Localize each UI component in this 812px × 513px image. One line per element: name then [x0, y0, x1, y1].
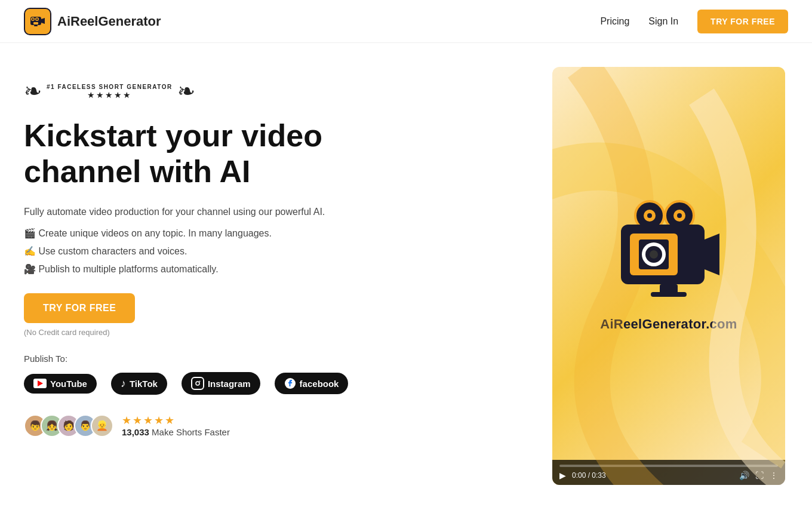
platform-youtube: YouTube: [24, 374, 97, 394]
platform-instagram: Instagram: [182, 372, 260, 395]
proof-text: 13,033 Make Shorts Faster: [122, 427, 230, 437]
avatar-stack: 👦 👧 🧑 👨 👱: [24, 414, 113, 437]
social-proof: 👦 👧 🧑 👨 👱 ★★★★★ 13,033 Make Shorts Faste…: [24, 414, 370, 437]
svg-rect-5: [33, 22, 38, 24]
video-logo-area: AiReelGenerator.com: [600, 67, 737, 460]
facebook-icon: [284, 377, 296, 389]
nav-links: Pricing Sign In TRY FOR FREE: [600, 10, 788, 33]
video-site-text: AiReelGenerator.com: [600, 317, 737, 332]
logo[interactable]: AiReelGenerator: [24, 8, 161, 35]
platform-tiktok: ♪ TikTok: [111, 373, 167, 395]
volume-icon[interactable]: 🔊: [739, 471, 749, 480]
publish-label: Publish To:: [24, 354, 370, 364]
play-icon[interactable]: ▶: [559, 471, 566, 480]
svg-point-13: [647, 213, 652, 218]
feature-1: 🎬 Create unique videos on any topic. In …: [24, 226, 370, 241]
tiktok-icon: ♪: [121, 377, 126, 390]
logo-text: AiReelGenerator: [57, 14, 161, 29]
instagram-icon: [191, 377, 204, 390]
svg-point-4: [36, 18, 38, 20]
hero-section: ❧ #1 FACELESS SHORT GENERATOR ★★★★★ ❧ Ki…: [0, 43, 812, 509]
badge-title: #1 FACELESS SHORT GENERATOR: [47, 84, 173, 90]
headline: Kickstart your video channel with AI: [24, 118, 370, 190]
svg-marker-6: [41, 18, 45, 24]
proof-label: Make Shorts Faster: [152, 427, 230, 437]
feature-2: ✍️ Use custom characters and voices.: [24, 244, 370, 259]
proof-info: ★★★★★ 13,033 Make Shorts Faster: [122, 414, 230, 437]
controls-row: ▶ 0:00 / 0:33 🔊 ⛶ ⋮: [559, 471, 778, 480]
progress-bar[interactable]: [559, 465, 778, 467]
hero-cta-button[interactable]: TRY FOR FREE: [24, 293, 135, 323]
svg-point-16: [677, 213, 682, 218]
feature-3: 🎥 Publish to multiple platforms automati…: [24, 262, 370, 277]
platforms-list: YouTube ♪ TikTok Instagram: [24, 372, 370, 395]
hero-left: ❧ #1 FACELESS SHORT GENERATOR ★★★★★ ❧ Ki…: [24, 67, 394, 437]
platform-facebook: facebook: [275, 373, 349, 394]
avatar-5: 👱: [91, 414, 113, 437]
tiktok-label: TikTok: [130, 379, 158, 389]
award-badge: ❧ #1 FACELESS SHORT GENERATOR ★★★★★ ❧: [24, 79, 370, 104]
badge-center: #1 FACELESS SHORT GENERATOR ★★★★★: [47, 84, 173, 100]
hero-right: AiReelGenerator.com ▶ 0:00 / 0:33 🔊 ⛶ ⋮: [552, 67, 788, 485]
video-player[interactable]: AiReelGenerator.com ▶ 0:00 / 0:33 🔊 ⛶ ⋮: [552, 67, 785, 485]
svg-point-8: [196, 382, 199, 385]
video-controls[interactable]: ▶ 0:00 / 0:33 🔊 ⛶ ⋮: [552, 460, 785, 485]
youtube-icon: [33, 379, 47, 388]
badge-stars: ★★★★★: [47, 90, 173, 100]
facebook-label: facebook: [300, 379, 339, 389]
description: Fully automate video production for your…: [24, 204, 370, 220]
nav-try-button[interactable]: TRY FOR FREE: [697, 10, 788, 33]
logo-icon: [24, 8, 51, 35]
nav-pricing[interactable]: Pricing: [600, 16, 629, 27]
proof-count: 13,033: [122, 427, 149, 437]
svg-rect-7: [34, 25, 38, 26]
svg-point-2: [32, 18, 34, 20]
more-icon[interactable]: ⋮: [770, 471, 778, 480]
svg-rect-24: [651, 292, 687, 297]
svg-point-22: [650, 250, 658, 259]
proof-stars: ★★★★★: [122, 414, 230, 427]
laurel-right: ❧: [177, 79, 195, 104]
feature-list: 🎬 Create unique videos on any topic. In …: [24, 226, 370, 277]
fullscreen-icon[interactable]: ⛶: [755, 471, 764, 480]
svg-point-9: [199, 381, 200, 382]
time-display: 0:00 / 0:33: [572, 471, 733, 480]
cta-note: (No Credit card required): [24, 328, 370, 337]
camera-icon: [609, 195, 728, 302]
instagram-label: Instagram: [208, 379, 251, 389]
youtube-label: YouTube: [50, 379, 87, 389]
nav-signin[interactable]: Sign In: [648, 16, 678, 27]
laurel-left: ❧: [24, 79, 42, 104]
